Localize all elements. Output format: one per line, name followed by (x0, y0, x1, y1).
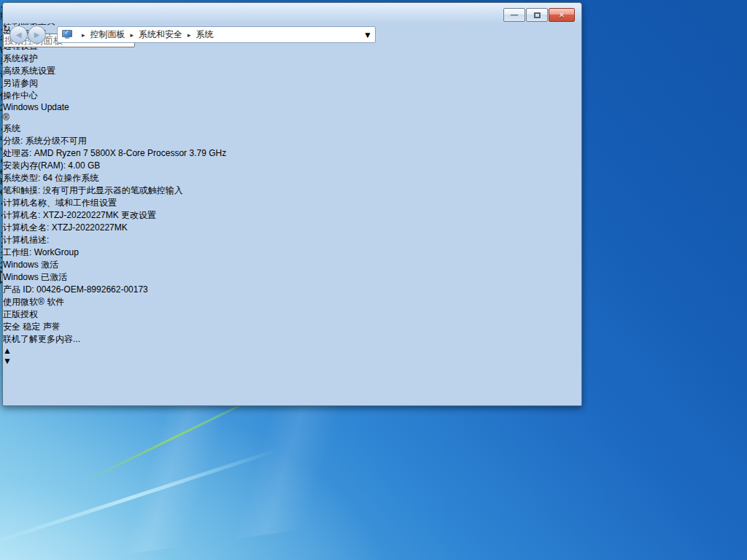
row-processor: 处理器: AMD Ryzen 7 5800X 8-Core Processor … (3, 147, 581, 160)
rating-unavailable-link[interactable]: 系统分级不可用 (26, 136, 87, 146)
learn-more-online-link[interactable]: 联机了解更多内容... (3, 333, 581, 346)
navigation-bar: ◀ ▶ ▼ ▸ 控制面板 ▸ 系统和安全 ▸ 系统 ▼ ↻ (3, 23, 581, 46)
row-system-type: 系统类型: 64 位操作系统 (3, 172, 581, 184)
close-button[interactable]: ✕ (549, 8, 575, 22)
scroll-down-button[interactable]: ▼ (3, 356, 581, 366)
maximize-button[interactable] (526, 8, 548, 22)
row-activation-status: Windows 已激活 (3, 271, 581, 284)
sidebar-item-system-protection[interactable]: 系统保护 (3, 52, 581, 65)
breadcrumb-arrow-icon: ▸ (82, 31, 85, 39)
sidebar-item-action-center[interactable]: 操作中心 (3, 90, 581, 102)
row-ram: 安装内存(RAM): 4.00 GB (3, 160, 581, 172)
row-computer-name: 计算机名: XTZJ-20220227MK 更改设置 (3, 209, 581, 222)
wallpaper-streak (0, 448, 277, 547)
system-page-content: ® 系统 分级: 系统分级不可用 处理器: AMD Ryzen 7 5800X … (3, 112, 581, 346)
address-bar[interactable]: ▸ 控制面板 ▸ 系统和安全 ▸ 系统 ▼ (57, 26, 376, 43)
change-settings-link[interactable]: 更改设置 (121, 210, 156, 220)
see-also-header: 另请参阅 (3, 77, 581, 90)
breadcrumb-control-panel[interactable]: 控制面板 (90, 28, 125, 41)
breadcrumb-system[interactable]: 系统 (196, 28, 214, 41)
registered-mark: ® (3, 112, 9, 122)
row-workgroup: 工作组: WorkGroup (3, 246, 581, 259)
minimize-icon: — (511, 11, 518, 19)
breadcrumb-arrow-icon: ▸ (131, 31, 134, 39)
title-bar[interactable]: — ✕ (3, 3, 581, 23)
maximize-icon (534, 12, 541, 18)
system-properties-window: — ✕ ◀ ▶ ▼ ▸ 控制面板 ▸ 系统和安全 ▸ 系统 ▼ ↻ (2, 2, 582, 406)
window-body: 控制面板主页 设备管理器 远程设置 系统保护 高级系统设置 另请参阅 操作中心 … (3, 15, 581, 366)
breadcrumb-arrow-icon: ▸ (187, 31, 191, 39)
scroll-down-icon: ▼ (3, 356, 12, 366)
system-icon (62, 30, 74, 39)
breadcrumb-system-security[interactable]: 系统和安全 (139, 28, 182, 41)
row-pen-touch: 笔和触摸: 没有可用于此显示器的笔或触控输入 (3, 184, 581, 197)
scroll-up-icon: ▲ (3, 346, 12, 356)
forward-button[interactable]: ▶ (28, 26, 46, 44)
section-header-activation: Windows 激活 (3, 259, 581, 271)
chevron-down-icon: ▼ (47, 31, 53, 38)
row-computer-fullname: 计算机全名: XTZJ-20220227MK (3, 222, 581, 234)
scroll-up-button[interactable]: ▲ (3, 346, 581, 356)
section-header-computer-name: 计算机名称、域和工作组设置 (3, 197, 581, 209)
sidebar-item-advanced-settings[interactable]: 高级系统设置 (3, 65, 581, 77)
back-icon: ◀ (16, 31, 22, 39)
back-button[interactable]: ◀ (9, 26, 28, 44)
row-product-id: 产品 ID: 00426-OEM-8992662-00173 (3, 284, 581, 296)
desktop-wallpaper: ↗ 腾讯QQ ↗ 谷歌浏览器 W 装机后必读(双击打开) ↗ 恒星播放器 — (0, 0, 747, 560)
vertical-scrollbar[interactable]: ▲ ▼ (3, 346, 581, 366)
row-rating: 分级: 系统分级不可用 (3, 135, 581, 147)
address-dropdown[interactable]: ▼ (363, 30, 372, 40)
recent-pages-dropdown[interactable]: ▼ (47, 31, 53, 38)
section-header-system: 系统 (3, 122, 581, 135)
sidebar-item-windows-update[interactable]: Windows Update (3, 102, 581, 112)
forward-icon: ▶ (34, 31, 40, 39)
close-icon: ✕ (559, 11, 565, 19)
cpu-speed: 3.79 GHz (189, 148, 226, 158)
minimize-button[interactable]: — (503, 8, 525, 22)
genuine-software-badge[interactable]: 使用微软® 软件 正版授权 安全 稳定 声誉 (3, 296, 581, 333)
row-computer-description: 计算机描述: (3, 234, 581, 246)
